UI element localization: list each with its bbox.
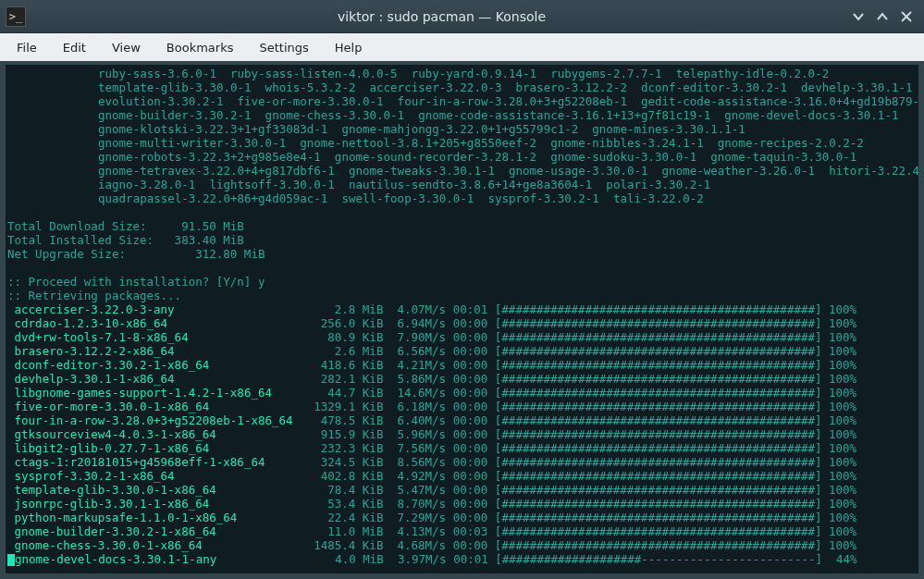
maximize-button[interactable] bbox=[870, 5, 894, 29]
menu-bookmarks[interactable]: Bookmarks bbox=[155, 37, 245, 58]
menu-bar: File Edit View Bookmarks Settings Help bbox=[0, 33, 924, 61]
window-titlebar: >_ viktor : sudo pacman — Konsole bbox=[0, 0, 924, 33]
close-icon bbox=[900, 10, 913, 23]
chevron-down-icon bbox=[852, 10, 865, 23]
menu-file[interactable]: File bbox=[6, 37, 48, 58]
close-button[interactable] bbox=[894, 5, 918, 29]
menu-view[interactable]: View bbox=[101, 37, 152, 58]
window-title: viktor : sudo pacman — Konsole bbox=[37, 9, 846, 24]
terminal[interactable]: ruby-sass-3.6.0-1 ruby-sass-listen-4.0.0… bbox=[6, 65, 918, 573]
minimize-button[interactable] bbox=[846, 5, 870, 29]
terminal-frame: ruby-sass-3.6.0-1 ruby-sass-listen-4.0.0… bbox=[0, 61, 924, 579]
menu-edit[interactable]: Edit bbox=[52, 37, 97, 58]
chevron-up-icon bbox=[876, 10, 889, 23]
app-icon: >_ bbox=[6, 6, 26, 27]
menu-settings[interactable]: Settings bbox=[248, 37, 319, 58]
menu-help[interactable]: Help bbox=[324, 37, 374, 58]
